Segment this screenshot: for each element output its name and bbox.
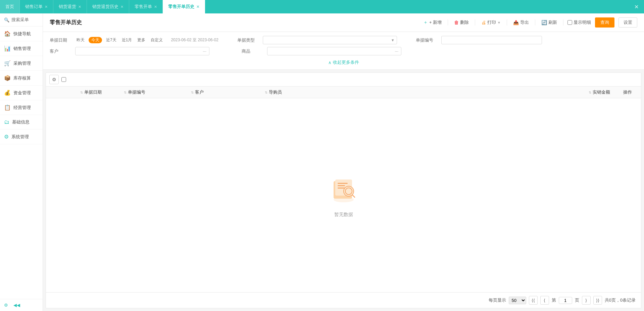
main-layout: 🔍 搜索采单 🏠 快捷导航 📊 销售管理 🛒 采购管理 📦 库存核算 💰 资金管… [0, 13, 644, 311]
tab-sales-order[interactable]: 销售订单 ✕ [20, 0, 53, 13]
date-1month[interactable]: 近1月 [120, 37, 134, 43]
date-more[interactable]: 更多 [136, 37, 147, 43]
table-area: ⚙ ⇅ 单据日期 ⇅ 单据编号 ⇅ 客户 [46, 72, 641, 308]
page-prev-button[interactable]: ⟨ [540, 296, 549, 305]
export-button[interactable]: 📤 导出 [511, 18, 531, 27]
tab-return[interactable]: 销货退货 ✕ [53, 0, 87, 13]
add-icon: ＋ [423, 19, 428, 25]
sidebar-item-purchase-label: 采购管理 [13, 60, 31, 66]
total-info: 共0页，0条记录 [605, 297, 636, 303]
goods-select[interactable]: ··· [267, 47, 401, 55]
box-icon: 📦 [4, 75, 11, 81]
sidebar-search[interactable]: 🔍 搜索采单 [0, 13, 43, 27]
customer-select[interactable]: ··· [75, 47, 209, 55]
show-detail-checkbox[interactable]: 显示明细 [567, 19, 591, 25]
filter-area: 单据日期 昨天 今天 近7天 近1月 更多 自定义 2023-06-02 至 2… [43, 32, 644, 70]
collapse-button[interactable]: ∧ 收起更多条件 [328, 59, 359, 65]
th-amount[interactable]: ⇅ 实销金额 [574, 89, 614, 95]
date-today[interactable]: 今天 [89, 37, 102, 43]
collapse-icon[interactable]: ◀◀ [13, 303, 20, 308]
sidebar-item-finance-label: 资金管理 [13, 90, 31, 96]
page-title: 零售开单历史 [50, 19, 82, 26]
sidebar-item-purchase[interactable]: 🛒 采购管理 [0, 56, 43, 71]
th-num-label: 单据编号 [128, 89, 145, 95]
tab-retail-history[interactable]: 零售开单历史 ✕ [163, 0, 205, 13]
settings-button[interactable]: 设置 [618, 17, 637, 28]
export-icon: 📤 [513, 20, 519, 25]
cart-icon: 🛒 [4, 60, 11, 66]
num-label: 单据编号 [416, 37, 436, 43]
page-next-button[interactable]: ⟩ [582, 296, 591, 305]
th-date-label: 单据日期 [84, 89, 102, 95]
sidebar-item-operation[interactable]: 📋 经营管理 [0, 100, 43, 115]
sidebar-item-basic[interactable]: 🗂 基础信息 [0, 115, 43, 129]
tab-return-history-close[interactable]: ✕ [120, 5, 123, 9]
show-detail-label: 显示明细 [574, 19, 591, 25]
th-customer-label: 客户 [195, 89, 204, 95]
export-label: 导出 [520, 19, 529, 25]
th-guide[interactable]: ⇅ 导购员 [261, 89, 308, 95]
print-button[interactable]: 🖨 打印 ▼ [479, 18, 503, 27]
sidebar-item-inventory-label: 库存核算 [13, 75, 31, 81]
date-yesterday[interactable]: 昨天 [75, 37, 86, 43]
tab-return-history-label: 销货退货历史 [92, 4, 118, 10]
type-chevron-icon: ▾ [392, 38, 394, 43]
date-custom[interactable]: 自定义 [149, 37, 164, 43]
folder-icon: 🗂 [4, 119, 9, 125]
sidebar-item-quicknav-label: 快捷导航 [13, 31, 31, 37]
tab-return-label: 销货退货 [59, 4, 76, 10]
date-label: 单据日期 [50, 37, 70, 43]
sidebar-item-system[interactable]: ⚙ 系统管理 [0, 129, 43, 144]
tab-return-history[interactable]: 销货退货历史 ✕ [87, 0, 129, 13]
table-settings-button[interactable]: ⚙ [49, 75, 59, 84]
page-first-button[interactable]: ⟨⟨ [529, 296, 538, 305]
show-detail-check[interactable] [567, 20, 572, 25]
page-suffix: 页 [575, 297, 579, 303]
tab-return-close[interactable]: ✕ [78, 5, 81, 9]
search-icon: 🔍 [4, 17, 9, 22]
delete-button[interactable]: 🗑 删除 [452, 18, 471, 27]
type-select[interactable]: ▾ [263, 36, 397, 44]
page-label: 第 [552, 297, 556, 303]
customer-dots: ··· [203, 49, 206, 54]
tab-sales-order-close[interactable]: ✕ [45, 5, 48, 9]
window-close-button[interactable]: ✕ [629, 4, 644, 10]
sidebar-item-quicknav[interactable]: 🏠 快捷导航 [0, 27, 43, 41]
refresh-button[interactable]: 🔄 刷新 [539, 18, 559, 27]
date-range-display: 2023-06-02 至 2023-06-02 [171, 37, 218, 43]
filter-row-2: 客户 ··· 商品 ··· [50, 47, 637, 55]
sidebar-bottom: ⚙ ◀◀ [0, 299, 43, 311]
home-icon: 🏠 [4, 31, 11, 37]
th-date[interactable]: ⇅ 单据日期 [76, 89, 120, 95]
page-header: 零售开单历史 ＋ + 新增 🗑 删除 🖨 打印 ▼ [43, 13, 644, 32]
add-label: + 新增 [429, 19, 442, 25]
tab-sales-order-label: 销售订单 [25, 4, 43, 10]
th-action: 操作 [614, 89, 641, 95]
add-button[interactable]: ＋ + 新增 [421, 18, 444, 27]
select-all-checkbox[interactable] [61, 77, 66, 82]
num-input[interactable] [441, 36, 542, 44]
th-customer[interactable]: ⇅ 客户 [187, 89, 261, 95]
th-num[interactable]: ⇅ 单据编号 [120, 89, 187, 95]
tab-retail-open-close[interactable]: ✕ [154, 5, 157, 9]
sidebar-item-sales[interactable]: 📊 销售管理 [0, 41, 43, 56]
per-page-select[interactable]: 50 100 200 [509, 297, 526, 304]
tab-retail-history-close[interactable]: ✕ [196, 5, 199, 9]
tab-retail-history-label: 零售开单历史 [168, 4, 194, 10]
page-number-input[interactable] [559, 297, 572, 304]
chevron-up-icon: ∧ [328, 60, 332, 65]
query-button[interactable]: 查询 [595, 17, 614, 28]
tab-home-label: 首页 [5, 4, 14, 10]
settings-bottom-icon[interactable]: ⚙ [4, 303, 8, 308]
date-7days[interactable]: 近7天 [105, 37, 118, 43]
sidebar-item-finance[interactable]: 💰 资金管理 [0, 86, 43, 100]
page-last-button[interactable]: ⟩⟩ [593, 296, 602, 305]
tab-retail-open[interactable]: 零售开单 ✕ [129, 0, 163, 13]
sidebar-item-inventory[interactable]: 📦 库存核算 [0, 71, 43, 86]
tab-home[interactable]: 首页 [0, 0, 20, 13]
delete-label: 删除 [460, 19, 469, 25]
print-icon: 🖨 [481, 20, 486, 25]
type-label: 单据类型 [237, 37, 257, 43]
gear-icon: ⚙ [4, 134, 9, 140]
refresh-label: 刷新 [548, 19, 557, 25]
